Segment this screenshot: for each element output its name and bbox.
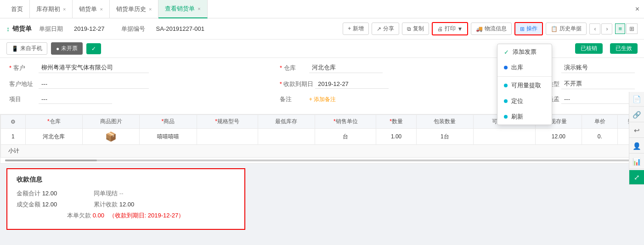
view-toggle: ≡ ⊞ [615,23,638,34]
tab-sales-label: 销货单 [79,5,97,13]
staff-value[interactable]: 演示账号 [561,63,635,73]
nav-arrows: ‹ › [589,23,612,34]
warehouse-value[interactable]: 河北仓库 [309,63,383,73]
no-value: SA-20191227-001 [156,25,205,32]
ticket-type-value[interactable]: 不开票 [561,79,635,89]
print-button[interactable]: 🖨 打印 ▼ [432,22,469,35]
project-label: 项目 [9,95,37,103]
customer-label: 客户 [9,64,37,72]
menu-add-invoice-label: 添加发票 [513,48,537,56]
list-view-button[interactable]: ≡ [615,23,625,34]
operation-icon: ⊞ [520,26,525,32]
doc-header: ↕ 销货单 单据日期 2019-12-27 单据编号 SA-20191227-0… [0,18,644,40]
not-open-button[interactable]: ● 未开票 [51,42,83,55]
next-button[interactable]: › [601,23,612,34]
tab-view-sales[interactable]: 查看销货单 × [158,0,207,18]
menu-locate-label: 定位 [511,97,523,105]
right-tool-rotate[interactable]: ↩ [629,123,644,138]
cell-unit[interactable]: 台 [315,129,376,145]
right-tool-chart[interactable]: 📊 [629,154,644,169]
tab-bar: 首页 库存期初 × 销货单 × 销货单历史 × 查看销货单 × × [0,0,644,18]
scroll-area[interactable] [0,158,644,163]
tab-sales-close[interactable]: × [100,6,102,12]
customer-value[interactable]: 柳州粤港平安气体有限公司 [39,63,149,73]
doc-icon: ↕ [6,25,10,33]
operation-label: 操作 [526,25,537,33]
project-value[interactable]: --- [39,95,112,104]
prev-button[interactable]: ‹ [589,23,600,34]
history-button[interactable]: 📋 历史单据 [546,23,587,35]
share-button[interactable]: ↗ 分享 [372,23,399,35]
share-icon: ↗ [377,26,381,32]
dot-blue-icon [504,66,508,69]
right-tool-expand[interactable]: ⤢ [629,170,644,185]
logistics-button[interactable]: 🚚 物流信息 [471,23,512,35]
right-tool-link[interactable]: 🔗 [629,108,644,122]
tab-inventory[interactable]: 库存期初 × [30,0,73,18]
share-label: 分享 [383,25,394,33]
menu-refresh-label: 刷新 [511,113,523,121]
cell-unit-price[interactable]: 0. [582,129,618,145]
window-close-button[interactable]: × [635,5,639,13]
from-phone-button[interactable]: 📱 来自手机 [6,42,47,55]
operation-dropdown: ✓ 添加发票 出库 可用量提取 定位 刷新 [497,44,552,125]
date-value: 2019-12-27 [74,25,105,32]
tab-history-close[interactable]: × [149,6,152,12]
subtotal-cell: 小计 [1,145,644,158]
tab-view-sales-close[interactable]: × [198,6,200,11]
menu-add-invoice[interactable]: ✓ 添加发票 [497,44,552,60]
col-settings[interactable]: ⚙ [1,115,26,129]
project-field: 项目 --- [9,95,261,104]
cell-current-stock: 12.00 [535,129,582,145]
dropdown-divider [497,76,552,77]
menu-outbound-label: 出库 [511,63,523,72]
payment-deal-amount: 成交金额 12.00 [17,200,57,209]
grid-view-button[interactable]: ⊞ [626,23,638,34]
check-icon: ✓ [91,46,96,52]
print-label: 打印 [445,25,456,33]
cell-product[interactable]: 嘻嘻嘻嘻 [140,129,197,145]
menu-refresh[interactable]: 刷新 [497,109,552,125]
no-label: 单据编号 [121,25,145,33]
due-date-value[interactable]: 2019-12-27 [315,80,389,89]
logistics-icon: 🚚 [476,26,483,32]
check-button[interactable]: ✓ [86,43,101,54]
sold-out-badge: 已核销 [575,43,603,54]
cell-quantity[interactable]: 1.00 [376,129,416,145]
settings-icon[interactable]: ⚙ [11,119,16,125]
note-label: 备注 [280,95,307,103]
add-note-button[interactable]: + 添加备注 [309,96,336,103]
tab-home[interactable]: 首页 [5,0,30,18]
col-unit-price: 单价 [582,115,618,129]
business-value[interactable]: --- [561,95,635,104]
address-label: 客户地址 [9,80,37,88]
scroll-track[interactable] [5,160,639,161]
add-button[interactable]: + 新增 [343,23,368,35]
col-warehouse: *仓库 [25,115,82,129]
copy-button[interactable]: ⧉ 复制 [402,23,429,35]
payment-title: 收款信息 [17,176,235,184]
tab-history[interactable]: 销货单历史 × [110,0,158,18]
cell-warehouse[interactable]: 河北仓库 [25,129,82,145]
cell-pack-qty[interactable]: 1台 [416,129,473,145]
menu-outbound[interactable]: 出库 [497,60,552,75]
right-tool-doc[interactable]: 📄 [629,92,644,107]
doc-title-text: 销货单 [12,25,32,33]
check-mark-icon: ✓ [504,49,509,56]
toolbar: + 新增 ↗ 分享 ⧉ 复制 🖨 打印 ▼ 🚚 物流信息 ⊞ 操作 📋 历史单据… [343,22,638,35]
subtotal-row: 小计 [1,145,644,158]
col-pack-qty: 包装数量 [416,115,473,129]
right-tool-user[interactable]: 👤 [629,139,644,154]
scroll-thumb[interactable] [5,160,97,161]
cell-spec[interactable] [197,129,258,145]
address-value[interactable]: --- [39,80,149,89]
menu-locate[interactable]: 定位 [497,93,552,109]
payment-same-settle: 同单现结 -- [94,189,123,198]
payment-amount-total: 金额合计 12.00 [17,189,57,198]
table-row: 1 河北仓库 📦 嘻嘻嘻嘻 台 1.00 1台 12.00 0. [1,129,644,145]
tab-inventory-close[interactable]: × [63,6,66,12]
tab-sales[interactable]: 销货单 × [73,0,109,18]
operation-button[interactable]: ⊞ 操作 [514,22,543,35]
tab-history-label: 销货单历史 [116,5,146,13]
menu-available-qty[interactable]: 可用量提取 [497,78,552,93]
